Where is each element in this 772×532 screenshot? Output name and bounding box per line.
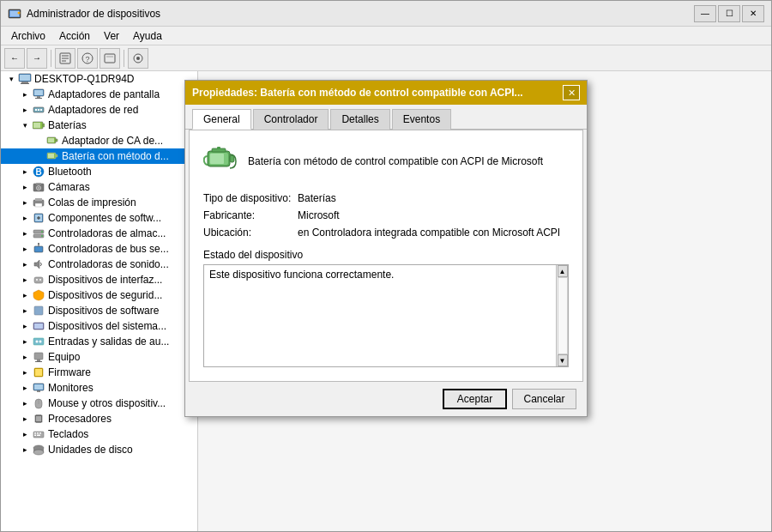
modal-backdrop: Propiedades: Batería con método de contr… (1, 71, 771, 531)
dialog-tab-content: Batería con método de control compatible… (189, 130, 583, 382)
svg-point-3 (18, 11, 21, 14)
svg-rect-97 (217, 147, 220, 149)
device-icon (203, 144, 238, 178)
dialog-tabs: General Controlador Detalles Eventos (185, 105, 587, 130)
dialog-title-bar: Propiedades: Batería con método de contr… (185, 81, 587, 105)
location-value: en Controladora integrada compatible con… (298, 227, 569, 239)
svg-point-13 (136, 57, 140, 60)
dialog-close-button[interactable]: ✕ (563, 85, 580, 100)
properties-dialog: Propiedades: Batería con método de contr… (184, 80, 588, 417)
menu-bar: Archivo Acción Ver Ayuda (1, 27, 771, 45)
toolbar: ← → ? (1, 45, 771, 71)
menu-ayuda[interactable]: Ayuda (126, 28, 169, 44)
back-button[interactable]: ← (4, 48, 25, 69)
cancel-button[interactable]: Cancelar (512, 389, 576, 409)
close-button[interactable]: ✕ (742, 5, 764, 22)
svg-rect-2 (10, 11, 19, 16)
forward-button[interactable]: → (27, 48, 47, 69)
app-icon (8, 7, 21, 21)
accept-button[interactable]: Aceptar (443, 389, 507, 409)
prop-manufacturer: Fabricante: Microsoft (203, 209, 569, 221)
tab-detalles[interactable]: Detalles (330, 109, 389, 130)
scrollbar-down-button[interactable]: ▼ (558, 354, 568, 366)
device-status-box: Este dispositivo funciona correctamente.… (203, 264, 569, 367)
device-type-label: Tipo de dispositivo: (203, 192, 298, 204)
tab-general[interactable]: General (192, 109, 251, 130)
svg-rect-93 (230, 155, 234, 162)
window-controls: — ☐ ✕ (694, 5, 764, 22)
status-scrollbar[interactable]: ▲ ▼ (556, 265, 568, 366)
svg-text:?: ? (85, 55, 89, 63)
device-full-name: Batería con método de control compatible… (248, 155, 543, 167)
properties-button[interactable] (55, 48, 75, 69)
scrollbar-up-button[interactable]: ▲ (558, 265, 568, 277)
device-header: Batería con método de control compatible… (203, 144, 569, 178)
scrollbar-track (558, 277, 568, 354)
toolbar-sep-1 (51, 50, 51, 67)
status-section-label: Estado del dispositivo (203, 249, 569, 261)
restore-button[interactable]: ☐ (718, 5, 740, 22)
prop-device-type: Tipo de dispositivo: Baterías (203, 192, 569, 204)
minimize-button[interactable]: — (694, 5, 716, 22)
tab-eventos[interactable]: Eventos (392, 109, 451, 130)
update-button[interactable] (100, 48, 120, 69)
main-window: Administrador de dispositivos — ☐ ✕ Arch… (0, 0, 772, 532)
manufacturer-value: Microsoft (298, 209, 569, 221)
toolbar-sep-2 (124, 50, 124, 67)
location-label: Ubicación: (203, 227, 298, 239)
menu-archivo[interactable]: Archivo (4, 28, 52, 44)
content-area: ▾ DESKTOP-Q1DR94D ▸ Adapta (1, 71, 771, 531)
svg-rect-95 (210, 154, 224, 164)
props-table: Tipo de dispositivo: Baterías Fabricante… (203, 192, 569, 239)
dialog-title: Propiedades: Batería con método de contr… (192, 87, 563, 99)
title-bar: Administrador de dispositivos — ☐ ✕ (1, 1, 771, 27)
svg-rect-10 (105, 54, 115, 63)
scan-button[interactable] (128, 48, 148, 69)
window-title: Administrador de dispositivos (27, 8, 694, 20)
help-button[interactable]: ? (77, 48, 98, 69)
tab-controlador[interactable]: Controlador (253, 109, 329, 130)
device-type-value: Baterías (298, 192, 569, 204)
menu-ver[interactable]: Ver (97, 28, 126, 44)
dialog-footer: Aceptar Cancelar (185, 382, 587, 416)
manufacturer-label: Fabricante: (203, 209, 298, 221)
prop-location: Ubicación: en Controladora integrada com… (203, 227, 569, 239)
device-status-text: Este dispositivo funciona correctamente. (209, 269, 394, 281)
menu-accion[interactable]: Acción (52, 28, 97, 44)
